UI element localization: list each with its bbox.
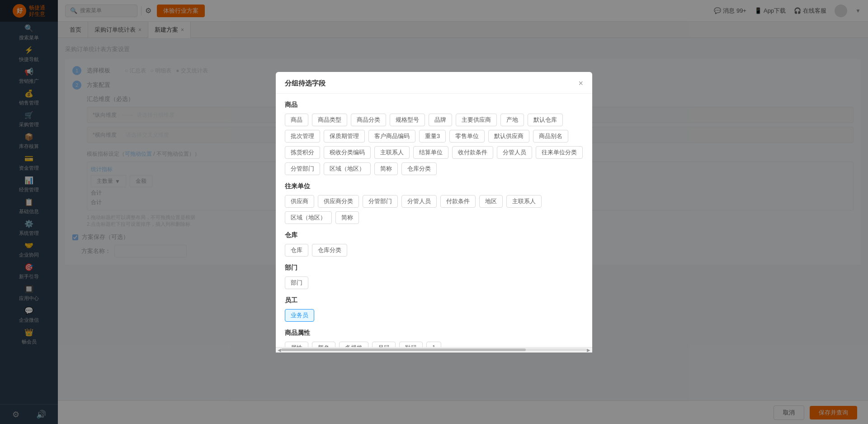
field-tag-goods[interactable]: 商品 [285, 114, 308, 126]
modal-header: 分组待选字段 × [276, 72, 592, 94]
field-tags-warehouse: 仓库仓库分类 [285, 244, 583, 257]
field-tag-default-warehouse[interactable]: 默认仓库 [528, 114, 563, 126]
field-tag-payment-cond[interactable]: 付款条件 [440, 195, 476, 208]
field-tag-payment-terms[interactable]: 收付款条件 [452, 146, 493, 159]
field-tag-dept2[interactable]: 部门 [285, 276, 308, 289]
field-tag-pick-points[interactable]: 拣货积分 [285, 146, 320, 159]
field-tag-mgmt-person[interactable]: 分管人员 [401, 195, 437, 208]
field-tag-main-supplier[interactable]: 主要供应商 [456, 114, 497, 126]
field-tag-goods-alias[interactable]: 商品别名 [533, 130, 568, 143]
field-tag-main-contact2[interactable]: 主联系人 [506, 195, 542, 208]
field-tags-trading-partner: 供应商供应商分类分管部门分管人员付款条件地区主联系人区域（地区）简称 [285, 195, 583, 224]
field-tag-color[interactable]: 颜色 [312, 342, 335, 347]
field-tag-retail-unit[interactable]: 零售单位 [449, 130, 485, 143]
h-scrollbar-track [281, 348, 587, 351]
field-tag-weight3[interactable]: 重量3 [419, 130, 446, 143]
modal-dialog: 分组待选字段 × 商品商品商品类型商品分类规格型号品牌主要供应商产地默认仓库批次… [276, 72, 592, 353]
modal-body[interactable]: 商品商品商品类型商品分类规格型号品牌主要供应商产地默认仓库批次管理保质期管理客户… [276, 94, 592, 347]
field-tag-region[interactable]: 地区 [479, 195, 503, 208]
field-tags-goods: 商品商品类型商品分类规格型号品牌主要供应商产地默认仓库批次管理保质期管理客户商品… [285, 114, 583, 175]
field-tags-goods-attr: 属性颜色多规格尺码鞋码1 [285, 342, 583, 347]
field-tag-origin[interactable]: 产地 [500, 114, 524, 126]
field-tag-dept-manager[interactable]: 分管人员 [497, 146, 532, 159]
field-tags-employee: 业务员 [285, 309, 583, 322]
section-goods: 商品商品商品类型商品分类规格型号品牌主要供应商产地默认仓库批次管理保质期管理客户… [285, 101, 583, 175]
field-tag-settlement-unit[interactable]: 结算单位 [413, 146, 448, 159]
field-tag-area2[interactable]: 区域（地区） [285, 211, 332, 224]
field-tag-expiry-mgmt[interactable]: 保质期管理 [324, 130, 365, 143]
h-scrollbar-thumb [281, 348, 526, 351]
field-tag-attr[interactable]: 属性 [285, 342, 308, 347]
scroll-right-arrow[interactable]: ▶ [587, 348, 590, 353]
section-warehouse: 仓库仓库仓库分类 [285, 231, 583, 257]
field-tag-shoe-code[interactable]: 鞋码 [399, 342, 423, 347]
field-tag-wh[interactable]: 仓库 [285, 244, 308, 257]
modal-overlay: 分组待选字段 × 商品商品商品类型商品分类规格型号品牌主要供应商产地默认仓库批次… [0, 0, 868, 424]
section-title-trading-partner: 往来单位 [285, 182, 583, 191]
field-tag-mgmt-dept[interactable]: 分管部门 [363, 195, 398, 208]
section-title-goods: 商品 [285, 101, 583, 109]
field-tag-goods-category[interactable]: 商品分类 [351, 114, 386, 126]
section-title-goods-attr: 商品属性 [285, 329, 583, 337]
modal-title: 分组待选字段 [285, 79, 326, 88]
field-tag-abbreviation[interactable]: 简称 [374, 162, 398, 175]
field-tag-supplier[interactable]: 供应商 [285, 195, 314, 208]
field-tag-size[interactable]: 尺码 [372, 342, 396, 347]
field-tag-from-unit-category[interactable]: 往来单位分类 [536, 146, 583, 159]
field-tags-department: 部门 [285, 276, 583, 289]
section-department: 部门部门 [285, 264, 583, 289]
field-tag-warehouse-category[interactable]: 仓库分类 [401, 162, 437, 175]
field-tag-brand[interactable]: 品牌 [429, 114, 452, 126]
section-goods-attr: 商品属性属性颜色多规格尺码鞋码1 [285, 329, 583, 347]
section-title-warehouse: 仓库 [285, 231, 583, 239]
scroll-left-arrow[interactable]: ◀ [278, 348, 281, 353]
section-title-department: 部门 [285, 264, 583, 272]
field-tag-customer-code[interactable]: 客户商品编码 [368, 130, 415, 143]
section-employee: 员工业务员 [285, 296, 583, 322]
section-trading-partner: 往来单位供应商供应商分类分管部门分管人员付款条件地区主联系人区域（地区）简称 [285, 182, 583, 224]
field-tag-tax-code[interactable]: 税收分类编码 [324, 146, 371, 159]
field-tag-main-contact[interactable]: 主联系人 [374, 146, 410, 159]
section-title-employee: 员工 [285, 296, 583, 305]
field-tag-wh-category[interactable]: 仓库分类 [312, 244, 347, 257]
field-tag-goods-type[interactable]: 商品类型 [312, 114, 347, 126]
modal-horizontal-scrollbar[interactable]: ◀ ▶ [276, 347, 592, 353]
field-tag-area[interactable]: 区域（地区） [324, 162, 371, 175]
field-tag-dept[interactable]: 分管部门 [285, 162, 320, 175]
field-tag-abbr2[interactable]: 简称 [335, 211, 359, 224]
field-tag-multi-spec[interactable]: 多规格 [339, 342, 368, 347]
field-tag-default-supplier[interactable]: 默认供应商 [488, 130, 529, 143]
field-tag-salesperson[interactable]: 业务员 [285, 309, 314, 322]
field-tag-num1[interactable]: 1 [426, 342, 441, 347]
modal-close-button[interactable]: × [578, 79, 583, 87]
field-tag-spec-type[interactable]: 规格型号 [390, 114, 425, 126]
field-tag-supplier-category[interactable]: 供应商分类 [318, 195, 359, 208]
field-tag-batch-mgmt[interactable]: 批次管理 [285, 130, 320, 143]
